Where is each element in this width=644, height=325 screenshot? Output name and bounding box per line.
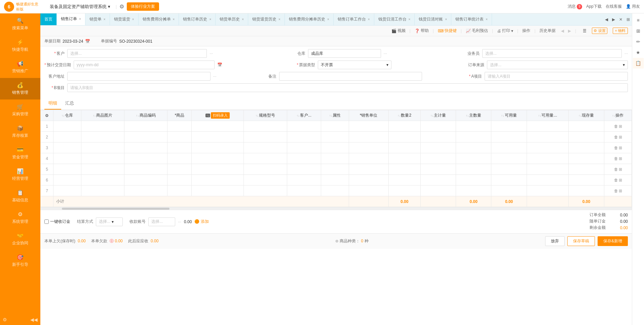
tab-menu-btn[interactable]: ⊞ [624, 13, 632, 26]
sidebar-item-基础信息[interactable]: 📋基础信息 [0, 186, 40, 207]
tab-销售订单统计表[interactable]: 销售订单统计表× [451, 13, 492, 26]
tab-close-销售订单历史[interactable]: × [209, 17, 211, 21]
add-btn[interactable]: 🟠 添加 [194, 219, 209, 225]
sidebar-item-销售管理[interactable]: 💰销售管理 [0, 78, 40, 99]
calendar-icon[interactable]: 📅 [217, 63, 222, 67]
tab-销货单[interactable]: 销货单× [85, 13, 110, 26]
address-dots[interactable]: ··· [213, 74, 217, 79]
warehouse-input[interactable]: 成品库 [308, 49, 381, 58]
a-project-input[interactable]: 请输入A项目 [485, 72, 628, 81]
save-new-btn[interactable]: 保存&新增 [598, 236, 628, 246]
tab-close-销货单历史[interactable]: × [242, 17, 244, 21]
tab-close-销售费用分摊单[interactable]: × [173, 17, 175, 21]
gear-icon[interactable]: ⚙ [45, 113, 49, 118]
tab-销售订单[interactable]: 销售订单× [57, 13, 85, 26]
app-download-btn[interactable]: App下载 [586, 4, 601, 9]
save-draft-btn[interactable]: 保存草稿 [567, 236, 595, 246]
remark-input[interactable] [279, 72, 422, 81]
delete-icon[interactable]: 🗑 [614, 146, 618, 150]
customer-input[interactable]: 选择... [67, 49, 207, 58]
sidebar-item-快捷导航[interactable]: ⚡快捷导航 [0, 35, 40, 56]
tab-钱货日清对账[interactable]: 钱货日清对账× [415, 13, 451, 26]
delete-icon[interactable]: 🗑 [614, 124, 618, 129]
menu-icon[interactable]: ≡ [633, 15, 644, 26]
account-select[interactable]: 选择... [148, 217, 175, 226]
staff-input[interactable]: 选择... [482, 49, 622, 58]
b-project-input[interactable]: 请输入B项目 [67, 83, 628, 92]
cell-actions[interactable]: 🗑⊞ [604, 186, 632, 196]
cell-actions[interactable]: 🗑⊞ [604, 164, 632, 175]
staff-dots[interactable]: ··· [624, 51, 628, 56]
copy-row-icon[interactable]: ⊞ [619, 156, 622, 161]
tab-首页[interactable]: 首页 [40, 13, 57, 26]
tab-close-钱货日清对账[interactable]: × [445, 17, 447, 21]
delete-icon[interactable]: 🗑 [614, 189, 618, 193]
copy-row-icon[interactable]: ⊞ [619, 189, 622, 193]
message-btn[interactable]: 消息 9 [568, 4, 582, 9]
sidebar-item-经营管理[interactable]: 📊经营管理 [0, 164, 40, 186]
order-source-input[interactable]: 选择... ▾ [487, 60, 628, 69]
user-btn[interactable]: 👤 用友 [626, 4, 640, 9]
tab-close-销售订单统计表[interactable]: × [486, 17, 488, 21]
tab-close-销售费用分摊单历史[interactable]: × [327, 17, 329, 21]
tab-close-钱货日清工作台[interactable]: × [409, 17, 411, 21]
delete-icon[interactable]: 🗑 [614, 135, 618, 139]
detail-tab-明细[interactable]: 明细 [44, 97, 61, 110]
cell-actions[interactable]: 🗑⊞ [604, 143, 632, 153]
industry-btn[interactable]: 体验行业方案 [127, 2, 159, 11]
history-btn[interactable]: 历史单据 [539, 28, 556, 34]
tab-销货退货历史[interactable]: 销货退货历史× [248, 13, 285, 26]
sidebar-item-采购管理[interactable]: 🛒采购管理 [0, 99, 40, 121]
tab-销售订单历史[interactable]: 销售订单历史× [179, 13, 216, 26]
online-service-btn[interactable]: 在线客服 [606, 4, 622, 9]
warehouse-dots[interactable]: ··· [384, 51, 387, 56]
tab-close-all-btn[interactable]: ✕ [617, 13, 624, 26]
tab-close-销售订单[interactable]: × [79, 17, 81, 21]
tab-销货退货[interactable]: 销货退货× [110, 13, 139, 26]
date-picker-icon[interactable]: 📅 [85, 39, 90, 44]
cell-actions[interactable]: 🗑⊞ [604, 153, 632, 164]
add-product-btn[interactable]: + 物料 [613, 28, 628, 34]
tab-钱货日清工作台[interactable]: 钱货日清工作台× [374, 13, 415, 26]
star-icon[interactable]: ★ [633, 47, 644, 58]
delete-icon[interactable]: 🗑 [614, 178, 618, 182]
detail-tab-汇总[interactable]: 汇总 [61, 97, 78, 110]
delivery-date-input[interactable]: yyyy-mm-dd [74, 60, 215, 69]
tab-close-销货单[interactable]: × [104, 17, 106, 21]
ticket-type-select[interactable]: 不开票 ▾ [318, 60, 391, 69]
delete-icon[interactable]: 🗑 [614, 156, 618, 161]
auto-checkout-label[interactable]: 一键收订金 [44, 219, 70, 225]
operations-btn[interactable]: 操作 [522, 28, 530, 34]
delete-icon[interactable]: 🗑 [614, 167, 618, 172]
help-btn[interactable]: ❓帮助 [415, 28, 429, 34]
tab-next-btn[interactable]: ▶ [610, 13, 617, 26]
tab-销售费用分摊单历史[interactable]: 销售费用分摊单历史× [285, 13, 334, 26]
sidebar-item-资金管理[interactable]: 💳资金管理 [0, 143, 40, 164]
tab-close-销货退货[interactable]: × [132, 17, 134, 21]
abandon-btn[interactable]: 放弃 [545, 236, 565, 246]
clipboard-icon[interactable]: 📋 [633, 58, 644, 69]
sidebar-item-系统管理[interactable]: ⚙系统管理 [0, 207, 40, 229]
tab-销售费用分摊单[interactable]: 销售费用分摊单× [139, 13, 179, 26]
shortcut-btn[interactable]: ⌨快捷键 [438, 28, 457, 34]
sidebar-item-营销推广[interactable]: 📢营销推广 [0, 56, 40, 78]
cell-actions[interactable]: 🗑⊞ [604, 121, 632, 132]
copy-row-icon[interactable]: ⊞ [619, 124, 622, 129]
edit-icon[interactable]: ✏ [633, 36, 644, 47]
collapse-icon[interactable]: ◀◀ [30, 317, 38, 322]
tab-销货单历史[interactable]: 销货单历史× [216, 13, 248, 26]
print-btn[interactable]: 🖨打印 ▾ [497, 28, 513, 34]
sidebar-item-企业协同[interactable]: 🤝企业协同 [0, 229, 40, 250]
view-btn[interactable]: 🎬视频 [391, 28, 406, 34]
cell-actions[interactable]: 🗑⊞ [604, 175, 632, 186]
auto-checkout-checkbox[interactable] [44, 219, 49, 224]
account-dots[interactable]: ··· [178, 219, 181, 224]
payment-method-select[interactable]: 选择... ▾ [96, 217, 123, 226]
grid-icon[interactable]: ⊞ [633, 26, 644, 36]
scan-btn[interactable]: 扫码录入 [211, 112, 230, 119]
sidebar-item-库存核算[interactable]: 📦库存核算 [0, 121, 40, 143]
copy-row-icon[interactable]: ⊞ [619, 178, 622, 182]
settings-form-btn[interactable]: ⚙ 设置 [592, 28, 607, 34]
cell-actions[interactable]: 🗑⊞ [604, 132, 632, 143]
settings-bottom-icon[interactable]: ⚙ [3, 317, 7, 322]
